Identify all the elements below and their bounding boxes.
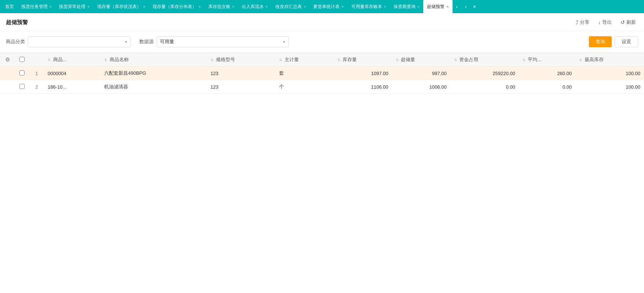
sort-icon: ⇅ [454, 58, 457, 62]
data-source-select[interactable]: 可用量 ▾ [157, 36, 289, 47]
nav-expiry-check[interactable]: 保质期查询 × [390, 0, 423, 13]
share-icon: ⤴ [576, 19, 578, 25]
chevron-down-icon: ▾ [283, 40, 285, 44]
close-icon[interactable]: × [446, 4, 449, 9]
row-num-cell: 1 [29, 67, 44, 80]
close-icon[interactable]: × [143, 4, 145, 9]
product-category-select[interactable]: ▾ [28, 36, 131, 47]
sort-icon: ⇅ [579, 58, 582, 62]
table-container: ⚙ ⇅ 商品... ⇅ 商品名称 ⇅ [0, 53, 644, 94]
col-overstock-header[interactable]: ⇅ 超储量 [392, 53, 450, 67]
col-unit-header[interactable]: ⇅ 主计量 [275, 53, 334, 67]
row-checkbox-1[interactable] [19, 70, 25, 75]
refresh-button[interactable]: ↺ 刷新 [618, 18, 638, 27]
close-icon[interactable]: × [266, 4, 268, 9]
col-product-name-header[interactable]: ⇅ 商品名称 [100, 53, 207, 67]
row-spec: 123 [207, 80, 275, 94]
setting-button[interactable]: 设置 [615, 36, 638, 47]
row-checkbox-2[interactable] [19, 84, 25, 89]
data-source-label: 数据源 [139, 38, 154, 45]
filter-buttons: 查询 设置 [589, 36, 638, 47]
nav-inventory-status[interactable]: 现存量（库存状况表） × [94, 0, 149, 13]
page-container: 超储预警 ⤴ 分享 ↓ 导出 ↺ 刷新 商品分类 ▾ 数据源 [0, 13, 644, 293]
row-product-name: 六配套新昌490BPG [100, 67, 207, 80]
sort-icon: ⇅ [279, 58, 282, 62]
row-product-code: 0000004 [44, 67, 100, 80]
row-stock: 1097.00 [334, 67, 392, 80]
nav-arrow-left[interactable]: ‹ [453, 0, 461, 13]
close-icon[interactable]: × [341, 4, 344, 9]
product-category-group: 商品分类 ▾ [6, 36, 131, 47]
row-capital: 259220.00 [450, 67, 519, 80]
row-stock: 1106.00 [334, 80, 392, 94]
nav-inout-flow[interactable]: 出入库流水 × [238, 0, 271, 13]
nav-arrow-right[interactable]: › [461, 0, 470, 13]
nav-arrow-more[interactable]: × [470, 0, 479, 13]
close-icon[interactable]: × [198, 4, 201, 9]
refresh-icon: ↺ [621, 19, 625, 25]
col-product-code-header[interactable]: ⇅ 商品... [44, 53, 100, 67]
row-unit: 套 [275, 67, 334, 80]
col-spec-header[interactable]: ⇅ 规格型号 [207, 53, 275, 67]
col-num-header [29, 53, 44, 67]
header-actions: ⤴ 分享 ↓ 导出 ↺ 刷新 [574, 18, 638, 27]
close-icon[interactable]: × [304, 4, 306, 9]
row-num-cell: 2 [29, 80, 44, 94]
row-check-cell [15, 80, 29, 94]
col-max-stock-header[interactable]: ⇅ 最高库存 [575, 53, 644, 67]
col-settings-header: ⚙ [0, 53, 15, 67]
filter-area: 商品分类 ▾ 数据源 可用量 ▾ 查询 设置 [0, 31, 644, 53]
settings-gear-icon[interactable]: ⚙ [5, 56, 10, 63]
sort-icon: ⇅ [211, 58, 213, 62]
table-header-row: ⚙ ⇅ 商品... ⇅ 商品名称 ⇅ [0, 53, 644, 67]
data-source-group: 数据源 可用量 ▾ [139, 36, 289, 47]
close-icon[interactable]: × [50, 4, 52, 9]
export-button[interactable]: ↓ 导出 [596, 18, 614, 27]
query-button[interactable]: 查询 [589, 36, 612, 47]
col-stock-header[interactable]: ⇅ 库存量 [334, 53, 392, 67]
nav-collect-summary[interactable]: 收发存汇总表 × [272, 0, 310, 13]
page-header: 超储预警 ⤴ 分享 ↓ 导出 ↺ 刷新 [0, 13, 644, 31]
sort-icon: ⇅ [337, 58, 340, 62]
row-spec: 123 [207, 67, 275, 80]
nav-home[interactable]: 首页 [1, 0, 18, 13]
row-product-name: 机油滤清器 [100, 80, 207, 94]
nav-overstock-warning[interactable]: 超储预警 × [423, 0, 452, 13]
nav-inventory-dist[interactable]: 现存量（库存分布表） × [149, 0, 204, 13]
product-category-label: 商品分类 [6, 38, 25, 45]
row-overstock: 1006.00 [392, 80, 450, 94]
nav-batch-account[interactable]: 库存批次账 × [205, 0, 238, 13]
col-avg-header[interactable]: ⇅ 平均... [519, 53, 575, 67]
export-icon: ↓ [598, 19, 601, 25]
col-check-header [15, 53, 29, 67]
row-overstock: 997.00 [392, 67, 450, 80]
row-product-code: 186-10... [44, 80, 100, 94]
sort-icon: ⇅ [48, 58, 51, 62]
nav-available-account[interactable]: 可用量库存账本 × [348, 0, 390, 13]
nav-order-stats[interactable]: 要货单统计表 × [310, 0, 347, 13]
share-button[interactable]: ⤴ 分享 [574, 18, 592, 27]
nav-task-mgmt[interactable]: 拣货任务管理 × [18, 0, 55, 13]
overstock-table: ⚙ ⇅ 商品... ⇅ 商品名称 ⇅ [0, 53, 644, 94]
sort-icon: ⇅ [396, 58, 399, 62]
table-row: 1 0000004 六配套新昌490BPG 123 套 1097.00 997.… [0, 67, 644, 80]
sort-icon: ⇅ [104, 58, 107, 62]
nav-abnormal[interactable]: 拣货异常处理 × [55, 0, 93, 13]
row-max-stock: 100.00 [575, 80, 644, 94]
table-row: 2 186-10... 机油滤清器 123 个 1106.00 1006.00 … [0, 80, 644, 94]
data-source-value: 可用量 [160, 38, 174, 45]
close-icon[interactable]: × [384, 4, 386, 9]
row-capital: 0.00 [450, 80, 519, 94]
row-avg: 260.00 [519, 67, 575, 80]
select-all-checkbox[interactable] [19, 57, 25, 62]
sort-icon: ⇅ [523, 58, 526, 62]
row-avg: 0.00 [519, 80, 575, 94]
close-icon[interactable]: × [87, 4, 89, 9]
col-capital-header[interactable]: ⇅ 资金占用 [450, 53, 519, 67]
row-settings-cell [0, 67, 15, 80]
row-unit: 个 [275, 80, 334, 94]
row-settings-cell [0, 80, 15, 94]
close-icon[interactable]: × [417, 4, 420, 9]
chevron-down-icon: ▾ [125, 40, 127, 44]
close-icon[interactable]: × [232, 4, 234, 9]
